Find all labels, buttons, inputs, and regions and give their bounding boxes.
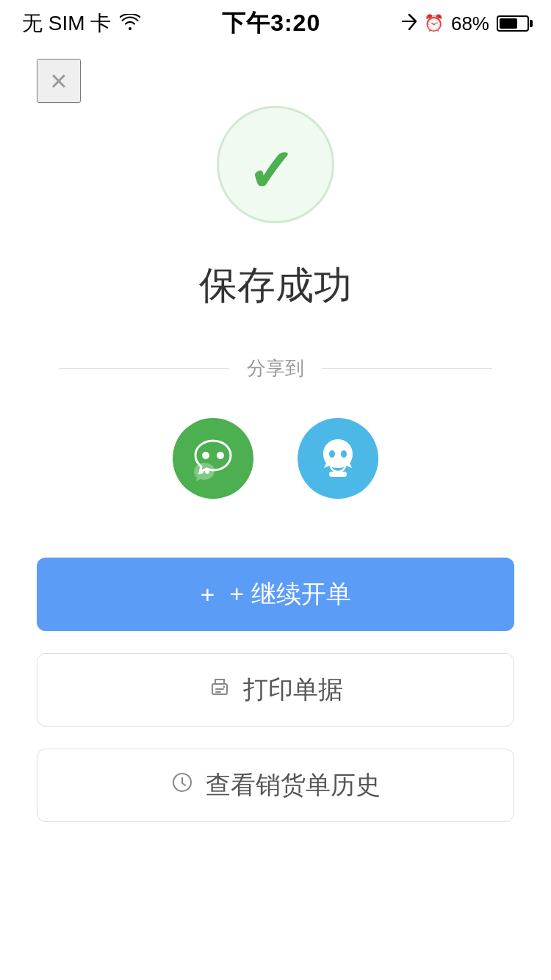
print-icon <box>208 675 231 705</box>
share-divider: 分享到 <box>0 356 551 381</box>
share-icons <box>173 418 378 499</box>
print-label: 打印单据 <box>243 673 343 707</box>
checkmark-icon <box>246 143 305 187</box>
svg-point-5 <box>341 450 347 458</box>
battery-icon <box>497 15 529 32</box>
continue-label: + 继续开单 <box>229 577 350 611</box>
share-label: 分享到 <box>229 356 322 381</box>
battery-percent: 68% <box>451 12 489 35</box>
location-icon <box>402 12 417 35</box>
wifi-icon <box>120 12 140 35</box>
status-right: ⏰ 68% <box>402 12 529 35</box>
svg-point-3 <box>205 469 209 474</box>
qq-share-button[interactable] <box>298 418 378 499</box>
svg-rect-6 <box>329 472 347 477</box>
history-label: 查看销货单历史 <box>206 768 381 802</box>
qq-icon <box>314 435 361 482</box>
print-button[interactable]: 打印单据 <box>37 653 514 727</box>
status-time: 下午3:20 <box>222 7 320 40</box>
success-title: 保存成功 <box>199 260 352 311</box>
history-button[interactable]: 查看销货单历史 <box>37 749 514 822</box>
continue-button[interactable]: + + 继续开单 <box>37 558 514 631</box>
svg-point-2 <box>199 469 204 474</box>
svg-point-1 <box>217 452 224 459</box>
alarm-icon: ⏰ <box>424 14 444 33</box>
main-content: 保存成功 分享到 <box>0 47 551 822</box>
svg-rect-9 <box>215 691 221 693</box>
action-buttons: + + 继续开单 打印单据 查看销货单 <box>0 558 551 822</box>
divider-line-right <box>322 368 492 369</box>
close-icon: × <box>50 66 67 96</box>
close-button[interactable]: × <box>37 59 81 103</box>
success-circle <box>217 106 334 223</box>
svg-point-4 <box>329 450 335 458</box>
wechat-icon <box>190 435 237 482</box>
status-bar: 无 SIM 卡 下午3:20 ⏰ 68% <box>0 0 551 47</box>
svg-rect-8 <box>215 688 224 690</box>
no-sim-text: 无 SIM 卡 <box>22 10 111 37</box>
svg-point-10 <box>223 686 226 688</box>
svg-point-0 <box>202 452 209 459</box>
status-left: 无 SIM 卡 <box>22 10 140 37</box>
history-icon <box>170 771 194 800</box>
wechat-share-button[interactable] <box>173 418 253 499</box>
divider-line-left <box>59 368 229 369</box>
plus-icon: + <box>200 580 215 609</box>
